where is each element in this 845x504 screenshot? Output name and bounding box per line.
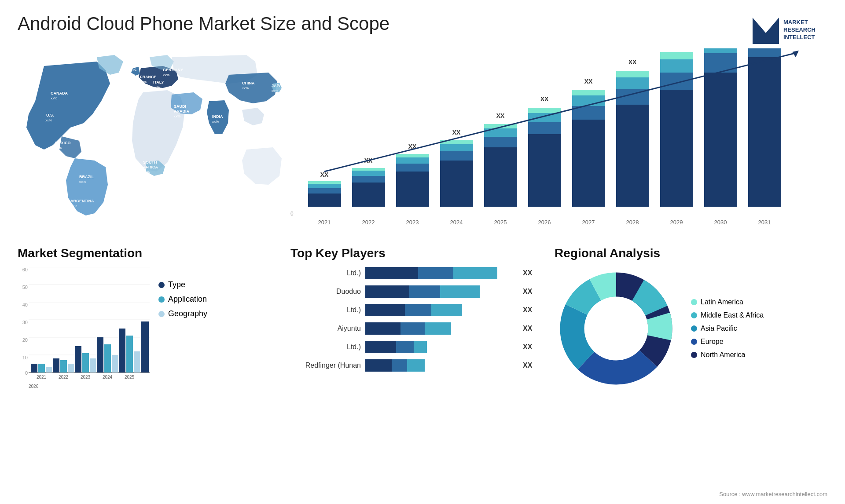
player-bar-2-seg1 (365, 285, 409, 298)
svg-rect-97 (748, 48, 781, 57)
y-label-0: 0 (25, 370, 28, 376)
player-value-3: XX (523, 306, 532, 314)
svg-rect-45 (352, 171, 385, 176)
header: Android Cloud Phone Market Size and Scop… (0, 0, 845, 53)
svg-text:2024: 2024 (103, 375, 113, 380)
player-row-4: Aiyuntu XX (290, 322, 555, 335)
legend-latin-america: Latin America (691, 298, 764, 306)
player-value-5: XX (523, 343, 532, 351)
svg-rect-118 (82, 353, 89, 373)
svg-text:SOUTH: SOUTH (143, 160, 157, 164)
svg-text:BRAZIL: BRAZIL (79, 175, 94, 179)
svg-text:xx%: xx% (153, 85, 160, 89)
svg-rect-85 (660, 90, 693, 207)
label-middle-east: Middle East & Africa (701, 311, 764, 319)
svg-text:xx%: xx% (163, 73, 169, 77)
legend-label-geography: Geography (168, 309, 207, 318)
svg-rect-49 (396, 172, 429, 207)
seg-chart-svg: 2021 2022 2023 2024 (29, 267, 150, 381)
svg-text:SAUDI: SAUDI (174, 104, 186, 109)
svg-text:xx%: xx% (79, 180, 86, 184)
label-latin-america: Latin America (701, 298, 743, 306)
svg-rect-40 (308, 181, 341, 184)
dot-asia-pacific (691, 325, 697, 332)
svg-rect-67 (528, 134, 561, 207)
segmentation-content: 60 50 40 30 20 10 0 (18, 267, 290, 389)
dot-latin-america (691, 299, 697, 305)
y-label-40: 40 (22, 302, 28, 307)
seg-bar-chart-container: 60 50 40 30 20 10 0 (18, 267, 150, 389)
svg-text:xx%: xx% (51, 96, 57, 100)
player-name-1: Ltd.) (290, 269, 361, 277)
svg-text:XX: XX (452, 129, 461, 136)
label-north-america: North America (701, 351, 745, 359)
growth-chart-section: 0 XX 2021 XX 2022 XX 2023 XX 2024 (290, 48, 827, 233)
map-section: CANADA xx% U.S. xx% MEXICO xx% BRAZIL xx… (18, 48, 290, 224)
player-name-5: Ltd.) (290, 343, 361, 351)
regional-legend: Latin America Middle East & Africa Asia … (691, 298, 764, 359)
svg-marker-0 (753, 18, 779, 44)
svg-rect-86 (660, 73, 693, 90)
player-row-6: Redfinger (Hunan XX (290, 359, 555, 372)
svg-rect-79 (616, 105, 649, 207)
svg-text:2023: 2023 (81, 375, 91, 380)
dot-north-america (691, 352, 697, 358)
legend-europe: Europe (691, 338, 764, 346)
seg-y-axis: 60 50 40 30 20 10 0 (18, 267, 29, 373)
svg-text:XX: XX (496, 112, 505, 119)
player-bar-6-seg1 (365, 359, 392, 372)
key-players-section: Top Key Players Ltd.) XX Duoduo XX Ltd.) (290, 246, 555, 378)
svg-rect-125 (119, 329, 125, 373)
player-value-4: XX (523, 325, 532, 332)
legend-dot-geography (158, 311, 165, 317)
segmentation-title: Market Segmentation (18, 246, 290, 260)
player-bar-6 (365, 359, 515, 372)
svg-rect-111 (46, 367, 52, 373)
svg-rect-110 (38, 364, 45, 373)
svg-text:2022: 2022 (362, 219, 375, 226)
legend-label-application: Application (168, 295, 207, 304)
svg-text:2030: 2030 (714, 219, 727, 226)
logo-area: MARKET RESEARCH INTELLECT (748, 13, 827, 48)
player-bar-1-seg1 (365, 267, 418, 279)
svg-text:RESEARCH: RESEARCH (783, 26, 816, 33)
svg-text:2028: 2028 (626, 219, 639, 226)
legend-type: Type (158, 280, 207, 289)
svg-rect-126 (126, 336, 133, 373)
svg-text:xx%: xx% (242, 86, 249, 90)
svg-point-135 (585, 298, 647, 359)
svg-rect-52 (396, 154, 429, 157)
svg-rect-109 (31, 364, 37, 373)
svg-text:0: 0 (290, 211, 294, 217)
svg-text:xx%: xx% (129, 73, 135, 77)
regional-section: Regional Analysis Latin America (555, 246, 827, 390)
player-bar-4-seg2 (400, 322, 425, 335)
player-value-6: XX (523, 362, 532, 369)
svg-text:U.S.: U.S. (46, 113, 54, 117)
svg-text:2021: 2021 (37, 375, 47, 380)
player-bar-3-seg2 (405, 304, 431, 316)
svg-text:xx%: xx% (143, 170, 150, 174)
svg-text:U.K.: U.K. (129, 68, 137, 72)
svg-text:xx%: xx% (272, 89, 278, 93)
svg-rect-92 (704, 53, 737, 73)
players-list: Ltd.) XX Duoduo XX Ltd.) (290, 267, 555, 372)
svg-rect-114 (60, 360, 67, 373)
svg-text:XX: XX (540, 95, 549, 102)
legend-application: Application (158, 295, 207, 304)
player-value-1: XX (523, 269, 532, 277)
svg-text:xx%: xx% (174, 114, 180, 118)
svg-rect-69 (528, 113, 561, 122)
player-bar-4-seg1 (365, 322, 400, 335)
label-asia-pacific: Asia Pacific (701, 325, 737, 332)
player-bar-5-seg3 (414, 341, 427, 353)
player-name-4: Aiyuntu (290, 325, 361, 332)
svg-text:MEXICO: MEXICO (55, 141, 71, 145)
svg-text:2025: 2025 (494, 219, 507, 226)
svg-text:GERMANY: GERMANY (163, 68, 183, 72)
svg-rect-122 (104, 344, 111, 373)
svg-rect-93 (704, 48, 737, 53)
svg-rect-73 (572, 120, 605, 207)
player-bar-3-seg3 (431, 304, 462, 316)
svg-text:2023: 2023 (406, 219, 419, 226)
